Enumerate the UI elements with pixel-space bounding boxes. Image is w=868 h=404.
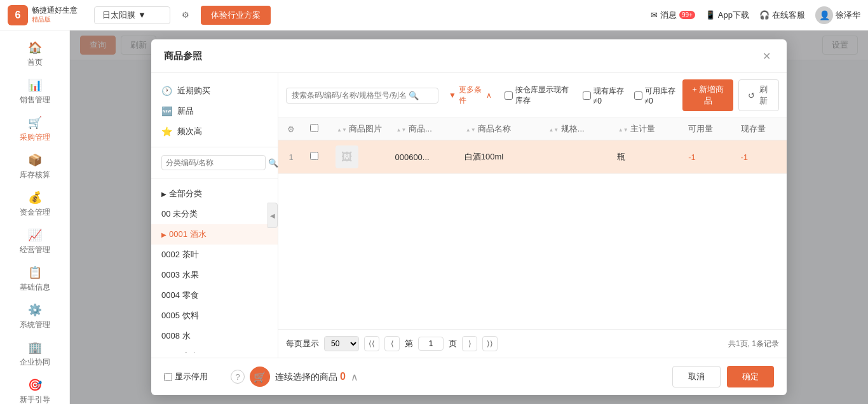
- product-search-input[interactable]: [292, 91, 406, 100]
- new-products-item[interactable]: 🆕 新品: [151, 101, 278, 121]
- filter-button[interactable]: ▼ 更多条件 ∧: [444, 82, 497, 109]
- checkbox-stock-not-zero-input[interactable]: [583, 91, 591, 100]
- category-0002[interactable]: 0002 茶叶: [151, 245, 278, 265]
- next-page-button[interactable]: ⟩: [462, 336, 477, 351]
- category-0004[interactable]: 0004 零食: [151, 285, 278, 306]
- sidebar-label-enterprise: 企业协同: [20, 357, 50, 368]
- category-arrow-0001: ▶: [161, 231, 166, 238]
- sidebar-label-guide: 新手引导: [20, 394, 50, 404]
- category-search-icon[interactable]: 🔍: [268, 158, 278, 168]
- th-code[interactable]: ▲▼ 商品...: [388, 118, 458, 140]
- display-disabled-label: 显示停用: [175, 371, 208, 382]
- category-all[interactable]: ▶ 全部分类: [151, 184, 278, 204]
- app-download-button[interactable]: 📱 App下载: [705, 10, 749, 21]
- search-icon[interactable]: 🔍: [409, 91, 419, 100]
- sidebar-item-guide[interactable]: 🎯 新手引导: [0, 373, 69, 404]
- add-product-button[interactable]: + 新增商品: [682, 79, 733, 111]
- sidebar-label-purchase: 采购管理: [20, 132, 50, 143]
- checkbox-stock-not-zero-label: 现有库存≠0: [593, 86, 627, 105]
- refresh-button[interactable]: ↺ 刷新: [738, 79, 779, 111]
- category-label-0001: 0001 酒水: [169, 229, 207, 240]
- sidebar-item-finance[interactable]: 💰 资金管理: [0, 185, 69, 223]
- online-service-button[interactable]: 🎧 在线客服: [759, 10, 805, 21]
- th-checkbox: [304, 118, 329, 140]
- cart-button[interactable]: 🛒: [250, 367, 270, 387]
- row-checkbox-input[interactable]: [310, 152, 318, 160]
- sidebar-item-system[interactable]: ⚙️ 系统管理: [0, 298, 69, 335]
- last-page-button[interactable]: ⟩⟩: [482, 336, 498, 351]
- sidebar-label-inventory: 库存核算: [20, 170, 50, 180]
- sidebar-item-basic[interactable]: 📋 基础信息: [0, 260, 69, 298]
- th-name[interactable]: ▲▼ 商品名称: [458, 118, 541, 140]
- sidebar-item-enterprise[interactable]: 🏢 企业协同: [0, 335, 69, 373]
- th-stock[interactable]: 现存量: [735, 118, 787, 140]
- checkbox-warehouse-stock[interactable]: 按仓库显示现有库存: [505, 84, 574, 106]
- category-label-0002: 0002 茶叶: [161, 249, 199, 260]
- select-all-checkbox[interactable]: [310, 124, 318, 132]
- display-disabled-checkbox[interactable]: 显示停用: [164, 371, 208, 382]
- modal-close-button[interactable]: ✕: [759, 48, 774, 64]
- sidebar-label-basic: 基础信息: [20, 282, 50, 293]
- refresh-icon: ↺: [748, 91, 755, 100]
- category-0001[interactable]: ▶ 0001 酒水: [151, 224, 278, 245]
- sidebar-item-operation[interactable]: 📈 经营管理: [0, 223, 69, 260]
- modal-right-panel: 🔍 ▼ 更多条件 ∧ 按仓库显示现有库存: [278, 73, 787, 358]
- sidebar-item-sales[interactable]: 📊 销售管理: [0, 73, 69, 111]
- th-image: ▲▼ 商品图片: [329, 118, 388, 140]
- sidebar-item-home[interactable]: 🏠 首页: [0, 36, 69, 73]
- sidebar-label-finance: 资金管理: [20, 207, 50, 218]
- th-spec[interactable]: ▲▼ 规格...: [541, 118, 610, 140]
- cancel-button[interactable]: 取消: [672, 366, 721, 387]
- guide-icon: 🎯: [28, 378, 42, 392]
- prev-page-button[interactable]: ⟨: [384, 336, 400, 351]
- trial-button[interactable]: 体验行业方案: [201, 6, 271, 25]
- category-00[interactable]: 00 未分类: [151, 204, 278, 224]
- recent-purchases-item[interactable]: 🕐 近期购买: [151, 81, 278, 101]
- checkbox-available-not-zero-input[interactable]: [634, 91, 642, 100]
- sidebar-item-purchase[interactable]: 🛒 采购管理: [0, 111, 69, 148]
- settings-icon[interactable]: ⚙: [175, 5, 196, 25]
- operation-icon: 📈: [28, 228, 42, 242]
- logo-area: 6 畅捷通好生意 精品版: [8, 5, 84, 25]
- sort-arrows-spec: ▲▼: [548, 127, 559, 133]
- frequent-icon: ⭐: [161, 126, 172, 137]
- checkbox-available-not-zero[interactable]: 可用库存≠0: [634, 86, 678, 105]
- sidebar-item-inventory[interactable]: 📦 库存核算: [0, 148, 69, 185]
- help-icon[interactable]: ?: [231, 370, 245, 384]
- category-0003[interactable]: 0003 水果: [151, 265, 278, 285]
- recent-label: 近期购买: [177, 85, 210, 97]
- frequent-item[interactable]: ⭐ 频次高: [151, 121, 278, 142]
- category-0005[interactable]: 0005 饮料: [151, 306, 278, 326]
- left-panel-collapse-button[interactable]: ◀: [268, 203, 278, 228]
- sidebar-label-sales: 销售管理: [20, 95, 50, 105]
- checkbox-warehouse-stock-input[interactable]: [505, 91, 513, 100]
- category-0008[interactable]: 0008 水: [151, 326, 278, 346]
- category-0010[interactable]: 0010 家电: [151, 346, 278, 353]
- th-unit[interactable]: ▲▼ 主计量: [611, 118, 682, 140]
- user-profile[interactable]: 👤 徐泽华: [815, 6, 860, 24]
- category-search-input[interactable]: [161, 155, 266, 170]
- table-row[interactable]: 1 🖼 000600... 白酒100ml: [278, 140, 787, 174]
- page-size-select[interactable]: 50 100: [324, 336, 359, 351]
- messages-button[interactable]: ✉ 消息 99+: [651, 10, 695, 21]
- sidebar-label-system: 系统管理: [20, 320, 50, 330]
- selected-label: 连续选择的商品: [275, 372, 337, 382]
- confirm-button[interactable]: 确定: [727, 366, 774, 387]
- row-num: 1: [278, 140, 304, 174]
- enterprise-icon: 🏢: [28, 340, 42, 354]
- row-checkbox[interactable]: [304, 140, 329, 174]
- modal-title: 商品参照: [164, 50, 202, 62]
- display-disabled-input[interactable]: [164, 373, 172, 381]
- checkbox-stock-not-zero[interactable]: 现有库存≠0: [583, 86, 627, 105]
- modal-body: 🕐 近期购买 🆕 新品 ⭐ 频次高: [151, 73, 787, 358]
- first-page-button[interactable]: ⟨⟨: [364, 336, 379, 351]
- quick-access-section: 🕐 近期购买 🆕 新品 ⭐ 频次高: [151, 78, 278, 144]
- category-divider-2: [151, 178, 278, 178]
- store-selector[interactable]: 日太阳膜 ▼: [94, 6, 170, 24]
- page-number-input[interactable]: [418, 337, 444, 351]
- footer-collapse-icon[interactable]: ∧: [351, 371, 358, 383]
- column-settings-icon[interactable]: ⚙: [287, 125, 295, 134]
- finance-icon: 💰: [28, 191, 42, 205]
- th-available[interactable]: 可用量: [682, 118, 734, 140]
- sidebar-label-home: 首页: [27, 57, 43, 68]
